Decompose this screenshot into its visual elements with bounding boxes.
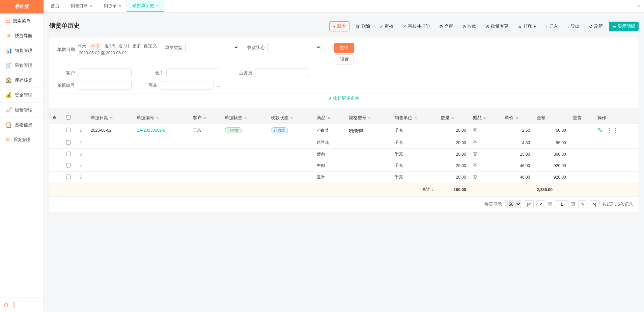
sidebar-item-label: 采购管理 bbox=[15, 62, 32, 69]
row-checkbox[interactable] bbox=[63, 172, 74, 183]
collect-button[interactable]: ⊙ 收款 bbox=[459, 22, 480, 31]
col-doc-status[interactable]: 单据状态 ⇅ bbox=[221, 112, 267, 124]
page-suffix: 页 bbox=[571, 201, 576, 207]
prev-page-button[interactable]: < bbox=[536, 200, 545, 208]
audit-button[interactable]: ✓ 审核 bbox=[376, 22, 397, 31]
batch-change-button[interactable]: ⊙ 批量变更 bbox=[482, 22, 512, 31]
col-doc-no[interactable]: 单据编号 ⇅ bbox=[133, 112, 189, 124]
col-qty[interactable]: 数量 ⇅ bbox=[438, 112, 470, 124]
row-doc-no[interactable] bbox=[133, 137, 189, 149]
delete-button[interactable]: 🗑 删除 bbox=[352, 22, 373, 31]
warehouse-dots[interactable]: ... bbox=[223, 70, 227, 75]
shortcut-last7[interactable]: 近1周 bbox=[105, 43, 116, 50]
sidebar-item-purchase-mgmt[interactable]: 🛒 采购管理 bbox=[0, 58, 44, 73]
tab-sales-order-close[interactable]: × bbox=[90, 4, 92, 8]
row-checkbox[interactable] bbox=[63, 137, 74, 149]
sidebar-item-sys-mgmt[interactable]: ⚙ 系统管理 bbox=[0, 132, 44, 147]
set-button[interactable]: 设置 bbox=[335, 54, 354, 64]
collect-status-select[interactable] bbox=[268, 43, 321, 52]
sort-price-icon: ⇅ bbox=[515, 116, 518, 120]
shortcut-more[interactable]: 更多 bbox=[132, 43, 141, 50]
sidebar-item-finance-mgmt[interactable]: 💰 资金管理 bbox=[0, 88, 44, 103]
row-spec: tyjyjtyjdf... bbox=[345, 124, 391, 137]
col-unit[interactable]: 销售单位 ⇅ bbox=[391, 112, 437, 124]
tab-sales-history-close[interactable]: × bbox=[156, 3, 159, 8]
more-action-btn[interactable]: ⋮⋮ bbox=[607, 127, 619, 134]
row-doc-no[interactable] bbox=[133, 172, 189, 183]
col-price[interactable]: 单价 ⇅ bbox=[501, 112, 533, 124]
row-select-checkbox[interactable] bbox=[66, 163, 71, 167]
per-page-select[interactable]: 50 bbox=[505, 200, 521, 208]
col-doc-date[interactable]: 单据日期 ⇅ bbox=[87, 112, 133, 124]
row-doc-no[interactable] bbox=[133, 160, 189, 172]
row-doc-no[interactable]: SA-20230602-0 bbox=[133, 124, 189, 137]
customer-input[interactable] bbox=[78, 69, 132, 77]
sidebar-item-search-menu[interactable]: ☰ 搜索菜单 bbox=[0, 14, 44, 28]
print-button[interactable]: 🖨 打印 ▾ bbox=[514, 22, 539, 31]
show-detail-icon: ☰ bbox=[612, 24, 616, 29]
last-page-button[interactable]: >| bbox=[590, 200, 599, 208]
goods-dots[interactable]: ... bbox=[217, 83, 220, 88]
sidebar-item-inventory[interactable]: 🏠 库存核算 bbox=[0, 73, 44, 88]
row-select-checkbox[interactable] bbox=[66, 140, 71, 145]
row-customer: 王总 bbox=[190, 124, 222, 137]
shortcut-today[interactable]: 今天 bbox=[89, 43, 102, 50]
row-checkbox[interactable] bbox=[63, 124, 74, 137]
sidebar-item-sales-mgmt[interactable]: 📊 销售管理 bbox=[0, 43, 44, 58]
row-doc-no[interactable] bbox=[133, 149, 189, 160]
salesperson-input[interactable] bbox=[255, 69, 309, 77]
col-settings[interactable]: ⚙ bbox=[49, 112, 63, 124]
col-collect-status[interactable]: 收款状态 ⇅ bbox=[268, 112, 313, 124]
tabs-close-all[interactable]: × bbox=[635, 2, 643, 10]
row-doc-status bbox=[221, 137, 267, 149]
warehouse-input[interactable] bbox=[166, 69, 220, 77]
first-page-button[interactable]: |< bbox=[524, 200, 534, 208]
select-all-checkbox[interactable] bbox=[66, 115, 71, 120]
tab-sales-delivery[interactable]: 销货单 × bbox=[98, 0, 127, 12]
query-button[interactable]: 查询 bbox=[334, 43, 354, 53]
shortcut-custom[interactable]: 自定义 bbox=[144, 43, 157, 50]
collapse-more[interactable]: ∧ 收起更多条件 bbox=[55, 94, 633, 103]
audit-print-button[interactable]: ✓ 审核并打印 bbox=[399, 22, 433, 31]
new-button[interactable]: + 新增 bbox=[329, 21, 349, 31]
tab-home[interactable]: 首页 bbox=[45, 0, 65, 12]
search-menu-icon: ☰ bbox=[5, 18, 10, 24]
sidebar-item-basic-info[interactable]: 📋 基础信息 bbox=[0, 118, 44, 132]
abandon-icon: ⊗ bbox=[439, 24, 443, 29]
doc-type-select[interactable] bbox=[185, 43, 239, 52]
sidebar-item-quick-nav[interactable]: ⚡ 快捷导航 bbox=[0, 28, 44, 43]
refresh-button[interactable]: ↺ 刷新 bbox=[586, 22, 606, 31]
col-checkbox[interactable] bbox=[63, 112, 74, 124]
customer-dots[interactable]: ... bbox=[134, 70, 138, 75]
row-select-checkbox[interactable] bbox=[66, 128, 71, 132]
sidebar-item-ops-mgmt[interactable]: 📈 经营管理 bbox=[0, 103, 44, 118]
tab-sales-order[interactable]: 销售订单 × bbox=[65, 0, 98, 12]
row-checkbox[interactable] bbox=[63, 149, 74, 160]
row-qty: 20.00 bbox=[438, 137, 470, 149]
show-detail-button[interactable]: ☰ 显示明细 bbox=[609, 22, 639, 31]
col-spec[interactable]: 规格型号 ⇅ bbox=[345, 112, 391, 124]
page-number-input[interactable] bbox=[555, 200, 568, 208]
next-page-button[interactable]: > bbox=[578, 200, 587, 208]
row-select-checkbox[interactable] bbox=[66, 152, 71, 156]
row-checkbox[interactable] bbox=[63, 160, 74, 172]
col-customer[interactable]: 客户 ⇅ bbox=[190, 112, 222, 124]
import-button[interactable]: ↑ 导入 bbox=[542, 22, 561, 31]
shortcut-last1month[interactable]: 近1月 bbox=[118, 43, 130, 50]
col-goods[interactable]: 商品 ⇅ bbox=[313, 112, 345, 124]
edit-action-btn[interactable]: ✎ bbox=[597, 127, 603, 134]
row-select-checkbox[interactable] bbox=[66, 175, 71, 179]
shortcut-yesterday[interactable]: 昨天 bbox=[78, 43, 86, 50]
abandon-button[interactable]: ⊗ 弃审 bbox=[436, 22, 456, 31]
sidebar-settings-icon[interactable]: ⚙ bbox=[3, 301, 9, 309]
tab-sales-delivery-close[interactable]: × bbox=[119, 4, 121, 8]
goods-input[interactable] bbox=[160, 81, 214, 89]
sidebar-collapse-icon[interactable]: ‖ bbox=[12, 301, 15, 309]
salesperson-dots[interactable]: ... bbox=[312, 70, 315, 75]
doc-no-input[interactable] bbox=[78, 81, 132, 89]
export-button[interactable]: ↓ 导出 bbox=[564, 22, 583, 31]
row-unit: 千克 bbox=[391, 172, 437, 183]
col-gift[interactable]: 赠品 ⇅ bbox=[470, 112, 502, 124]
export-icon: ↓ bbox=[567, 24, 570, 29]
tab-sales-history[interactable]: 销货单历史 × bbox=[127, 0, 164, 12]
